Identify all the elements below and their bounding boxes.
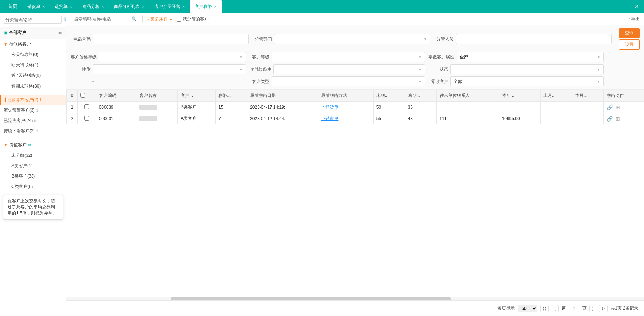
close-icon[interactable]: ×: [182, 4, 185, 9]
sidebar-item-tomorrow[interactable]: 明天待联络(1): [4, 60, 66, 70]
window-close-button[interactable]: ×: [632, 3, 641, 10]
customer-level-select[interactable]: ▼: [272, 52, 425, 62]
row1-grid-icon[interactable]: ⊞: [616, 104, 620, 110]
next-page-button[interactable]: ⟩: [589, 305, 596, 312]
sidebar-item-class-c[interactable]: C类客户(6): [4, 181, 66, 192]
row1-actions: 🔗 ⊞: [603, 102, 644, 113]
row1-last-month: [541, 102, 572, 113]
select-all-checkbox[interactable]: [80, 93, 85, 98]
my-customers-check[interactable]: [177, 17, 181, 22]
collapse-icon[interactable]: ≫: [58, 30, 62, 36]
edit-icon[interactable]: ✏: [28, 142, 32, 147]
sidebar-search-icon[interactable]: 🔍: [63, 17, 66, 22]
info-icon[interactable]: ℹ: [36, 107, 38, 114]
info-icon[interactable]: ℹ: [40, 96, 42, 103]
horizontal-scrollbar[interactable]: [66, 297, 644, 300]
sidebar-item-churned[interactable]: 已流失客户(24) ℹ: [0, 115, 66, 126]
close-icon[interactable]: ×: [42, 4, 45, 9]
nav-customer-contact[interactable]: 客户联络 ×: [190, 0, 221, 13]
row1-last-contact-date: 2023-04-17 14:19:: [247, 102, 318, 113]
sidebar-item-7days[interactable]: 近7天待联络(0): [4, 70, 66, 81]
customer-price-select[interactable]: ▼: [99, 52, 246, 62]
status-select[interactable]: ▼: [450, 64, 604, 74]
info-icon[interactable]: ℹ: [34, 117, 36, 124]
retail-customer-select[interactable]: 全部 ▼: [450, 76, 604, 86]
row1-checkbox[interactable]: [84, 104, 89, 109]
nav-customer-segmentation[interactable]: 客户分层经营 ×: [149, 0, 190, 13]
main-search-input[interactable]: [74, 16, 131, 22]
payment-select[interactable]: ▼: [273, 64, 425, 74]
nav-sales-order[interactable]: 销货单 ×: [22, 0, 50, 13]
table-settings-col[interactable]: ⚙: [67, 90, 78, 102]
close-icon[interactable]: ×: [70, 4, 72, 9]
table-col-code: 客户编码: [96, 90, 136, 102]
my-customers-checkbox[interactable]: 我分管的客户: [177, 16, 209, 22]
row2-checkbox[interactable]: [84, 116, 89, 121]
chevron-down-icon: ···: [606, 37, 608, 41]
sidebar-item-class-a[interactable]: A类客户(1): [4, 161, 66, 171]
sidebar-item-today[interactable]: 今天待联络(0): [4, 49, 66, 60]
row2-actions: 🔗 ⊞: [603, 113, 644, 124]
row2-contact-count: 7: [216, 113, 247, 124]
row2-name: [136, 113, 177, 124]
query-button[interactable]: 查询: [619, 28, 640, 38]
row1-checkbox-cell: [78, 102, 96, 113]
retail-attr-select[interactable]: 全部 ▼: [457, 52, 604, 62]
row2-code: 000031: [96, 113, 136, 124]
field-status: 状态 ▼: [428, 64, 604, 74]
row2-last-contact-method[interactable]: 下销货单: [318, 113, 373, 124]
close-icon[interactable]: ×: [214, 4, 216, 9]
field-branch-person: 分管人员 ···: [434, 34, 612, 44]
per-page-select[interactable]: 50 100 200: [518, 305, 537, 312]
settings-button[interactable]: 设置: [619, 39, 640, 50]
row1-overdue: 35: [405, 102, 436, 113]
phone-input[interactable]: [93, 34, 249, 44]
sidebar-group-value[interactable]: ▼ 价值客户 ✏: [0, 140, 66, 150]
row1-method-link[interactable]: 下销货单: [321, 104, 338, 109]
sidebar-item-class-b[interactable]: B类客户(33): [4, 171, 66, 181]
scrollbar-thumb[interactable]: [171, 297, 451, 300]
retail-attr-label: 零散客户属性: [428, 54, 454, 60]
first-page-button[interactable]: ⟨⟨: [540, 305, 549, 312]
info-icon[interactable]: ℹ: [36, 128, 38, 135]
customer-type-select[interactable]: ▼: [272, 76, 425, 86]
more-conditions-btn[interactable]: ▽ 更多条件 ▲: [146, 16, 173, 22]
more-fields-ellipsis[interactable]: ···: [71, 79, 94, 84]
table-col-name: 客户名称: [136, 90, 177, 102]
grid-icon: ⊞: [4, 30, 7, 36]
customer-price-label: 客户价格等级: [71, 54, 97, 60]
sidebar-search-input[interactable]: [3, 16, 62, 24]
sidebar-item-churn-warning[interactable]: 流失预警客户(3) ℹ: [0, 105, 66, 115]
export-button[interactable]: ↑ 导出: [628, 16, 640, 22]
per-page-label: 每页显示: [497, 305, 515, 311]
row2-method-link[interactable]: 下销货单: [321, 116, 338, 121]
last-page-button[interactable]: ⟩⟩: [599, 305, 608, 312]
chevron-down-icon: ▼: [418, 80, 422, 84]
nav-purchase-order[interactable]: 进货单 ×: [50, 0, 77, 13]
nav-product-analysis[interactable]: 商品分析 ×: [77, 0, 109, 13]
branch-dept-input[interactable]: ▼: [274, 34, 430, 44]
table-col-last-contact-date: 最后联络日期: [247, 90, 318, 102]
row2-grid-icon[interactable]: ⊞: [616, 116, 620, 122]
all-customers-header[interactable]: ⊞ 全部客户 ≫: [0, 27, 66, 39]
gender-select[interactable]: ▼: [93, 64, 246, 74]
search-icon[interactable]: 🔍: [131, 16, 137, 22]
all-customers-label: 全部客户: [9, 30, 26, 36]
close-icon[interactable]: ×: [102, 4, 104, 9]
sidebar-group-pending[interactable]: ▼ 待联络客户: [0, 39, 66, 49]
filter-row-2: 客户价格等级 ▼ 客户等级 ▼ 零散客户属性 全部: [71, 52, 640, 62]
nav-home[interactable]: 首页: [3, 0, 22, 13]
branch-person-input[interactable]: ···: [456, 34, 612, 44]
close-icon[interactable]: ×: [142, 4, 144, 9]
sidebar-item-overdue[interactable]: 逾期未联络(30): [4, 81, 66, 91]
sidebar-item-declining[interactable]: 持续下滑客户(2) ℹ: [0, 126, 66, 136]
row1-link-icon[interactable]: 🔗: [607, 104, 613, 110]
arrow-icon: ▼: [4, 142, 8, 147]
sidebar-item-repurchase-abnormal[interactable]: 回购异常客户(2) ℹ: [0, 95, 66, 105]
page-number-input[interactable]: [569, 305, 579, 312]
sidebar-item-ungroup[interactable]: 未分组(32): [4, 150, 66, 161]
row1-last-contact-method[interactable]: 下销货单: [318, 102, 373, 113]
prev-page-button[interactable]: ⟨: [552, 305, 559, 312]
row2-link-icon[interactable]: 🔗: [607, 116, 613, 122]
nav-product-analysis-list[interactable]: 商品分析列表 ×: [109, 0, 149, 13]
